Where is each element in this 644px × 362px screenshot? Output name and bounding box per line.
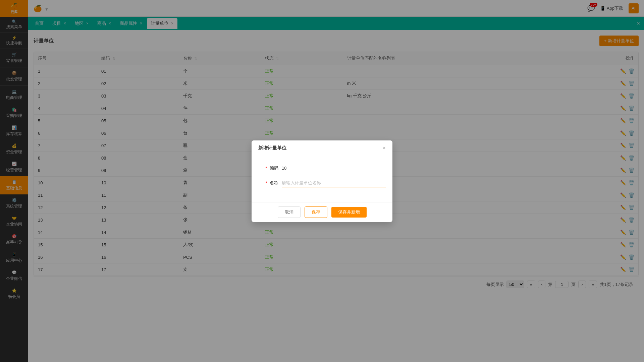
modal-title: 新增计量单位: [258, 145, 286, 151]
form-label-name: * 名称: [258, 180, 278, 186]
required-mark-name: *: [265, 180, 267, 185]
save-button[interactable]: 保存: [305, 206, 327, 218]
modal-footer: 取消 保存 保存并新增: [252, 202, 392, 222]
required-mark-code: *: [265, 166, 267, 171]
form-row-name: * 名称: [258, 179, 386, 187]
modal-add-unit: 新增计量单位 × * 编码 * 名称 取消 保存 保存并新增: [252, 140, 392, 222]
form-label-code: * 编码: [258, 165, 278, 171]
modal-header: 新增计量单位 ×: [252, 140, 392, 156]
modal-body: * 编码 * 名称: [252, 156, 392, 202]
cancel-button[interactable]: 取消: [278, 206, 301, 218]
name-input[interactable]: [282, 179, 386, 187]
save-and-new-button[interactable]: 保存并新增: [331, 207, 367, 218]
form-row-code: * 编码: [258, 164, 386, 172]
code-input[interactable]: [282, 164, 386, 172]
modal-close-button[interactable]: ×: [383, 145, 386, 151]
modal-overlay: 新增计量单位 × * 编码 * 名称 取消 保存 保存并新增: [0, 0, 644, 362]
